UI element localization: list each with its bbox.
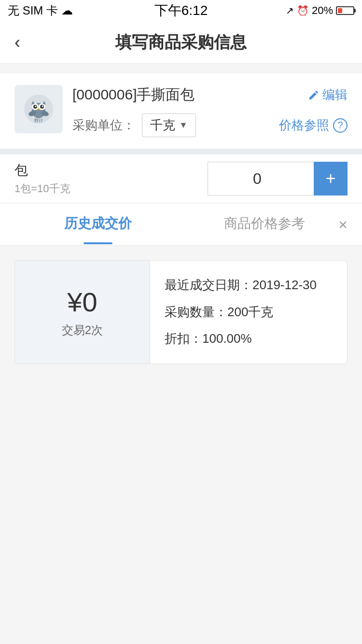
dropdown-arrow-icon: ▼ (179, 120, 188, 130)
svg-point-6 (35, 106, 37, 107)
price-reference-button[interactable]: 价格参照 ? (279, 117, 348, 134)
record-discount-label: 折扣： (165, 331, 202, 346)
tab-history-price[interactable]: 历史成交价 (14, 214, 181, 235)
tab-product-price-ref[interactable]: 商品价格参考 (181, 214, 348, 235)
tab-panel: 历史成交价 商品价格参考 × ¥0 交易2次 最近成交日期：2019-12-30… (0, 203, 362, 378)
status-time: 下午6:12 (154, 1, 208, 20)
quantity-row: 包 1包=10千克 + (0, 154, 362, 203)
record-card: ¥0 交易2次 最近成交日期：2019-12-30 采购数量：200千克 折扣：… (14, 260, 348, 364)
alarm-icon: ⏰ (297, 5, 309, 16)
owl-logo-icon: 野计 (22, 92, 56, 126)
page-title: 填写商品采购信息 (115, 31, 247, 54)
record-discount-item: 折扣：100.00% (165, 329, 333, 349)
record-date-value: 2019-12-30 (252, 278, 317, 292)
product-thumbnail: 野计 (14, 85, 63, 133)
quantity-input-group: + (208, 162, 348, 196)
product-card: 野计 [0000006]手撕面包 编辑 采购单位： 千克 ▼ (0, 73, 362, 149)
record-qty-value: 200千克 (227, 305, 273, 319)
battery-percent: 20% (312, 4, 333, 17)
help-circle-icon: ? (333, 118, 348, 133)
unit-prefix-label: 采购单位： (72, 117, 135, 134)
quantity-increment-button[interactable]: + (314, 162, 348, 196)
price-ref-label: 价格参照 (279, 117, 329, 134)
record-area: ¥0 交易2次 最近成交日期：2019-12-30 采购数量：200千克 折扣：… (0, 246, 362, 378)
unit-dropdown[interactable]: 千克 ▼ (142, 113, 196, 137)
record-date-item: 最近成交日期：2019-12-30 (165, 275, 333, 295)
product-info: [0000006]手撕面包 编辑 采购单位： 千克 ▼ 价格 (72, 85, 348, 137)
tab-close-button[interactable]: × (338, 215, 348, 233)
unit-value: 千克 (150, 117, 175, 134)
back-button[interactable]: ‹ (14, 32, 20, 53)
record-discount-value: 100.00% (202, 331, 252, 346)
tab-header: 历史成交价 商品价格参考 × (0, 203, 362, 246)
quantity-input[interactable] (208, 162, 314, 196)
record-details-section: 最近成交日期：2019-12-30 采购数量：200千克 折扣：100.00% (150, 261, 347, 364)
status-right: ↗ ⏰ 20% (286, 4, 354, 17)
product-name: [0000006]手撕面包 (72, 85, 195, 105)
quantity-unit-label: 包 (14, 161, 70, 180)
battery-indicator (336, 6, 354, 15)
page-background (0, 378, 362, 644)
quantity-conversion-label: 1包=10千克 (14, 182, 70, 196)
quantity-label-group: 包 1包=10千克 (14, 161, 70, 196)
svg-text:野计: 野计 (34, 118, 43, 123)
edit-label: 编辑 (322, 86, 348, 103)
record-qty-item: 采购数量：200千克 (165, 302, 333, 322)
edit-button[interactable]: 编辑 (308, 86, 348, 103)
record-price-value: ¥0 (67, 286, 97, 318)
sim-text: 无 SIM 卡 ☁ (8, 3, 73, 18)
record-date-label: 最近成交日期： (165, 278, 252, 292)
unit-selector-area: 采购单位： 千克 ▼ (72, 113, 196, 137)
status-left: 无 SIM 卡 ☁ (8, 3, 73, 18)
record-price-section: ¥0 交易2次 (15, 261, 150, 364)
record-trades-count: 交易2次 (62, 322, 103, 338)
nav-bar: ‹ 填写商品采购信息 (0, 21, 362, 64)
location-icon: ↗ (286, 5, 294, 16)
svg-point-7 (42, 106, 43, 107)
edit-icon (308, 89, 320, 101)
record-qty-label: 采购数量： (165, 305, 227, 319)
status-bar: 无 SIM 卡 ☁ 下午6:12 ↗ ⏰ 20% (0, 0, 362, 21)
section-divider (0, 149, 362, 154)
